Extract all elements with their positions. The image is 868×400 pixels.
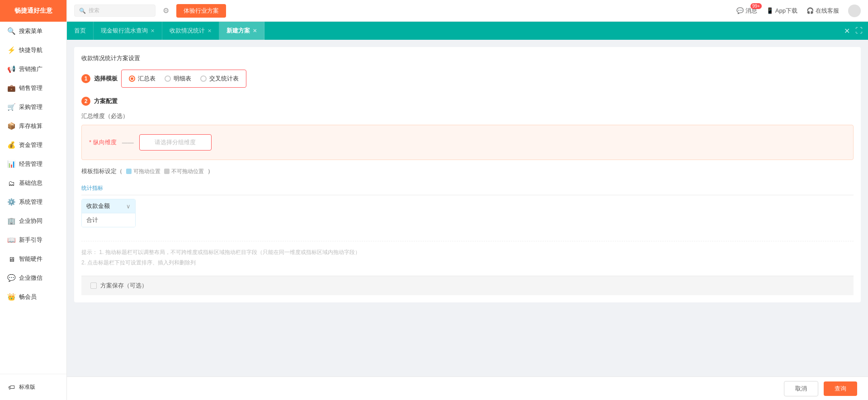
dim-row: * 纵向维度 —— 请选择分组维度	[89, 134, 846, 151]
sidebar-item-6[interactable]: 💰 资金管理	[0, 136, 66, 155]
sidebar-item-11[interactable]: 📖 新手引导	[0, 231, 66, 249]
sidebar-icon-14: 👑	[7, 293, 15, 301]
sidebar-label-5: 库存核算	[19, 122, 42, 130]
sidebar-item-10[interactable]: 🏢 企业协同	[0, 212, 66, 231]
radio-summary-label: 汇总表	[138, 75, 156, 83]
sidebar-label-9: 系统管理	[19, 198, 42, 206]
radio-crosstab[interactable]: 交叉统计表	[200, 75, 239, 83]
sidebar-icon-10: 🏢	[7, 217, 15, 225]
tab-close-icon-2[interactable]: ✕	[208, 28, 212, 34]
tab-3[interactable]: 新建方案✕	[219, 22, 264, 40]
sidebar-item-5[interactable]: 📦 库存核算	[0, 117, 66, 136]
tab-1[interactable]: 现金银行流水查询✕	[94, 22, 162, 40]
download-label: App下载	[775, 7, 797, 15]
radio-detail-circle	[165, 75, 171, 82]
tab-0[interactable]: 首页	[67, 22, 94, 40]
legend-fixed-text: 不可拖动位置	[171, 168, 204, 175]
sidebar-item-9[interactable]: ⚙️ 系统管理	[0, 193, 66, 212]
avatar[interactable]	[848, 5, 861, 17]
page-title: 收款情况统计方案设置	[81, 54, 854, 62]
sidebar-icon-5: 📦	[7, 122, 15, 130]
sidebar-label-11: 新手引导	[19, 236, 42, 244]
sidebar-icon-1: ⚡	[7, 46, 15, 54]
sidebar-item-7[interactable]: 📊 经营管理	[0, 155, 66, 174]
sidebar-item-edition: 🏷 标准版	[0, 378, 66, 396]
section1-title: 选择模板	[94, 75, 118, 83]
stats-card-body: 合计	[82, 213, 135, 227]
metrics-label-text: 模板指标设定（	[81, 167, 123, 175]
page-footer: 方案保存（可选）	[81, 276, 854, 295]
stats-card-header[interactable]: 收款金额 ∨	[82, 199, 135, 213]
app-name: 畅捷通好生意	[14, 7, 52, 15]
cancel-button[interactable]: 取消	[784, 381, 818, 396]
dim-select-box[interactable]: 请选择分组维度	[139, 134, 212, 151]
sidebar-icon-2: 📢	[7, 65, 15, 73]
search-box[interactable]: 🔍 搜索	[74, 5, 156, 17]
radio-group-template: 汇总表 明细表 交叉统计表	[129, 75, 239, 83]
sidebar-label-13: 企业微信	[19, 274, 42, 282]
topbar-right: 💬 消息 99+ 📱 App下载 🎧 在线客服	[736, 5, 861, 17]
stats-label: 统计指标	[81, 184, 854, 195]
dim-select-placeholder: 请选择分组维度	[155, 139, 196, 146]
messages-btn[interactable]: 💬 消息 99+	[736, 7, 757, 15]
sidebar-item-4[interactable]: 🛒 采购管理	[0, 98, 66, 117]
legend-draggable-dot	[126, 169, 132, 174]
sidebar-label-14: 畅会员	[19, 293, 37, 301]
sidebar-item-8[interactable]: 🗂 基础信息	[0, 174, 66, 193]
stats-card-body-text: 合计	[86, 216, 98, 223]
section1-num: 1	[81, 74, 90, 83]
page-container: 收款情况统计方案设置 1 选择模板 汇总表 明细表	[74, 47, 861, 302]
radio-summary-circle	[129, 75, 135, 82]
maximize-icon[interactable]: ⛶	[855, 27, 863, 35]
sidebar-label-10: 企业协同	[19, 217, 42, 225]
sidebar-label-1: 快捷导航	[19, 46, 42, 54]
action-bar: 取消 查询	[67, 376, 868, 400]
support-btn[interactable]: 🎧 在线客服	[807, 7, 839, 15]
sidebar-label-12: 智能硬件	[19, 255, 42, 263]
radio-detail[interactable]: 明细表	[165, 75, 191, 83]
download-btn[interactable]: 📱 App下载	[766, 7, 797, 15]
tabs-actions: ✕ ⛶	[839, 22, 868, 40]
sidebar-item-0[interactable]: 🔍 搜索菜单	[0, 22, 66, 41]
download-icon: 📱	[766, 7, 774, 14]
save-plan-checkbox[interactable]	[90, 282, 97, 289]
sidebar-icon-11: 📖	[7, 236, 15, 244]
tab-close-icon-3[interactable]: ✕	[253, 28, 257, 34]
dimension-area: * 纵向维度 —— 请选择分组维度	[81, 125, 854, 160]
legend-fixed-dot	[164, 169, 170, 174]
tip-line-1: 提示： 1. 拖动标题栏可以调整布局，不可跨维度或指标区域拖动栏目字段（只能在同…	[81, 249, 854, 256]
radio-detail-label: 明细表	[174, 75, 191, 83]
sidebar-item-1[interactable]: ⚡ 快捷导航	[0, 41, 66, 60]
sidebar-label-7: 经营管理	[19, 160, 42, 168]
sidebar-item-13[interactable]: 💬 企业微信	[0, 268, 66, 287]
search-placeholder: 搜索	[89, 7, 99, 14]
tip-line-2: 2. 点击标题栏下拉可设置排序、插入列和删除列	[81, 259, 854, 267]
legend-draggable: 可拖动位置	[126, 168, 160, 175]
save-plan-label: 方案保存（可选）	[100, 282, 147, 290]
sidebar-icon-8: 🗂	[7, 179, 15, 187]
gear-icon[interactable]: ⚙	[163, 6, 169, 15]
section2-num: 2	[81, 97, 90, 106]
app-logo: 畅捷通好生意	[0, 0, 66, 22]
tab-label-2: 收款情况统计	[170, 27, 205, 35]
tab-2[interactable]: 收款情况统计✕	[162, 22, 219, 40]
radio-crosstab-label: 交叉统计表	[209, 75, 239, 83]
trial-button[interactable]: 体验行业方案	[176, 4, 226, 18]
sidebar-label-0: 搜索菜单	[19, 27, 42, 35]
close-window-icon[interactable]: ✕	[844, 27, 850, 35]
stats-card: 收款金额 ∨ 合计	[81, 199, 136, 227]
chevron-down-icon: ∨	[126, 203, 131, 210]
sidebar-item-12[interactable]: 🖥 智能硬件	[0, 249, 66, 268]
section-template: 1 选择模板 汇总表 明细表 交叉统计表	[81, 70, 854, 88]
query-button[interactable]: 查询	[824, 381, 857, 396]
tabs-bar: 首页现金银行流水查询✕收款情况统计✕新建方案✕ ✕ ⛶	[67, 22, 868, 40]
sidebar-item-14[interactable]: 👑 畅会员	[0, 287, 66, 306]
sidebar-item-2[interactable]: 📢 营销推广	[0, 60, 66, 79]
template-select-box: 汇总表 明细表 交叉统计表	[121, 70, 246, 88]
sidebar-item-3[interactable]: 💼 销售管理	[0, 79, 66, 98]
tab-label-0: 首页	[74, 27, 86, 35]
radio-summary[interactable]: 汇总表	[129, 75, 156, 83]
section2-header: 2 方案配置	[81, 97, 854, 106]
tab-close-icon-1[interactable]: ✕	[151, 28, 155, 34]
main-content: 收款情况统计方案设置 1 选择模板 汇总表 明细表	[67, 40, 868, 400]
